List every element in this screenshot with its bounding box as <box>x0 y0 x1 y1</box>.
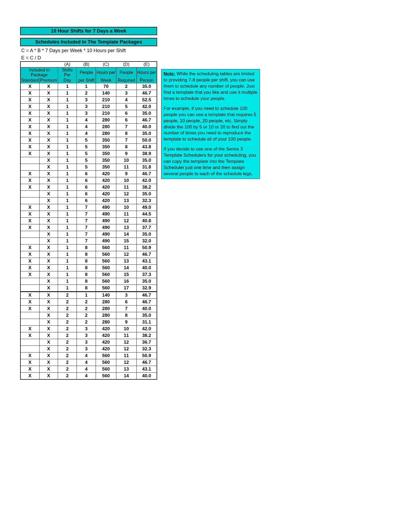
table-row: XX174901144.5 <box>20 211 157 218</box>
table-cell: 8 <box>77 278 96 285</box>
table-cell: X <box>39 231 58 238</box>
table-row: XX15350938.9 <box>20 150 157 157</box>
table-cell: 280 <box>96 305 116 312</box>
table-cell: 9 <box>116 171 136 177</box>
table-cell: 11 <box>116 353 136 359</box>
table-cell: 40.0 <box>136 124 157 130</box>
table-cell: 3 <box>77 103 96 110</box>
table-cell: X <box>39 83 58 90</box>
table-cell: 35.0 <box>136 231 157 238</box>
table-cell: 35.0 <box>136 110 157 117</box>
table-cell: 1 <box>58 265 77 271</box>
table-cell: 350 <box>96 164 116 171</box>
table-cell: 7 <box>116 137 136 144</box>
table-cell: 7 <box>77 204 96 211</box>
table-cell: 1 <box>58 103 77 110</box>
table-cell: 7 <box>116 124 136 130</box>
table-cell: 490 <box>96 204 116 211</box>
table-cell <box>20 157 39 164</box>
table-cell: 420 <box>96 197 116 204</box>
table-cell: 43.8 <box>136 144 157 150</box>
table-cell: X <box>39 373 58 380</box>
table-cell: 2 <box>77 299 96 305</box>
table-cell: 13 <box>116 258 136 265</box>
table-cell: 35.0 <box>136 130 157 137</box>
table-cell: X <box>20 171 39 177</box>
header-cell: Required <box>116 78 136 83</box>
table-cell: 3 <box>77 110 96 117</box>
table-cell: 4 <box>77 373 96 380</box>
table-cell <box>20 278 39 285</box>
table-cell: 1 <box>58 278 77 285</box>
table-cell: X <box>39 359 58 366</box>
table-cell: 1 <box>58 124 77 130</box>
table-cell: X <box>20 373 39 380</box>
table-cell: X <box>39 258 58 265</box>
table-cell: 14 <box>116 373 136 380</box>
table-cell: X <box>39 312 58 319</box>
table-cell: 1 <box>58 164 77 171</box>
table-cell: 46.7 <box>136 90 157 97</box>
table-cell: 5 <box>116 103 136 110</box>
table-row: XX14280835.0 <box>20 130 157 137</box>
table-cell: X <box>39 137 58 144</box>
table-cell: 1 <box>77 83 96 90</box>
table-cell: X <box>39 177 58 184</box>
table-row: XX234201138.2 <box>20 332 157 339</box>
table-cell: 2 <box>77 305 96 312</box>
table-cell: X <box>20 184 39 191</box>
table-cell: X <box>39 157 58 164</box>
table-cell: 4 <box>77 359 96 366</box>
table-cell: 3 <box>77 97 96 103</box>
table-cell: 8 <box>77 258 96 265</box>
table-cell: X <box>39 251 58 258</box>
table-cell: X <box>20 366 39 373</box>
subtitle-bar: Schedules Included In The Template Packa… <box>20 38 157 46</box>
table-cell: 490 <box>96 211 116 218</box>
table-cell: 36.7 <box>136 339 157 346</box>
table-cell: 10 <box>116 204 136 211</box>
table-cell: 1 <box>58 218 77 224</box>
table-cell: X <box>20 245 39 251</box>
header-cell: Hours per <box>136 67 157 78</box>
table-cell: 560 <box>96 265 116 271</box>
table-cell: 2 <box>77 319 96 326</box>
table-cell: 420 <box>96 346 116 353</box>
table-cell: 8 <box>77 285 96 292</box>
table-cell: 31.8 <box>136 164 157 171</box>
table-cell: 31.1 <box>136 319 157 326</box>
table-cell: X <box>20 211 39 218</box>
table-row: X164201235.0 <box>20 191 157 197</box>
table-cell: X <box>39 110 58 117</box>
table-row: X153501035.0 <box>20 157 157 164</box>
column-letter: (C) <box>96 62 116 67</box>
table-cell: 420 <box>96 191 116 197</box>
table-cell: X <box>39 278 58 285</box>
column-letter <box>20 62 39 67</box>
table-cell: 1 <box>58 238 77 245</box>
table-cell: 3 <box>77 326 96 332</box>
table-cell: X <box>20 144 39 150</box>
table-cell: 1 <box>58 157 77 164</box>
table-cell: 1 <box>58 150 77 157</box>
table-cell: 6 <box>116 110 136 117</box>
table-row: XX185601246.7 <box>20 251 157 258</box>
table-cell: 40.0 <box>136 265 157 271</box>
table-cell: 280 <box>96 117 116 124</box>
table-cell: 420 <box>96 332 116 339</box>
table-cell: 42.0 <box>136 326 157 332</box>
table-cell: 490 <box>96 218 116 224</box>
table-row: X174901532.0 <box>20 238 157 245</box>
table-cell: 280 <box>96 130 116 137</box>
table-cell: X <box>20 271 39 278</box>
table-cell: 13 <box>116 366 136 373</box>
table-cell: 560 <box>96 251 116 258</box>
table-cell: 3 <box>77 346 96 353</box>
table-row: XX245601150.9 <box>20 353 157 359</box>
table-cell: X <box>39 171 58 177</box>
table-row: XX15350843.8 <box>20 144 157 150</box>
table-row: XX16420946.7 <box>20 171 157 177</box>
table-row: X185601732.9 <box>20 285 157 292</box>
table-cell: 2 <box>77 90 96 97</box>
table-cell: 8 <box>77 251 96 258</box>
